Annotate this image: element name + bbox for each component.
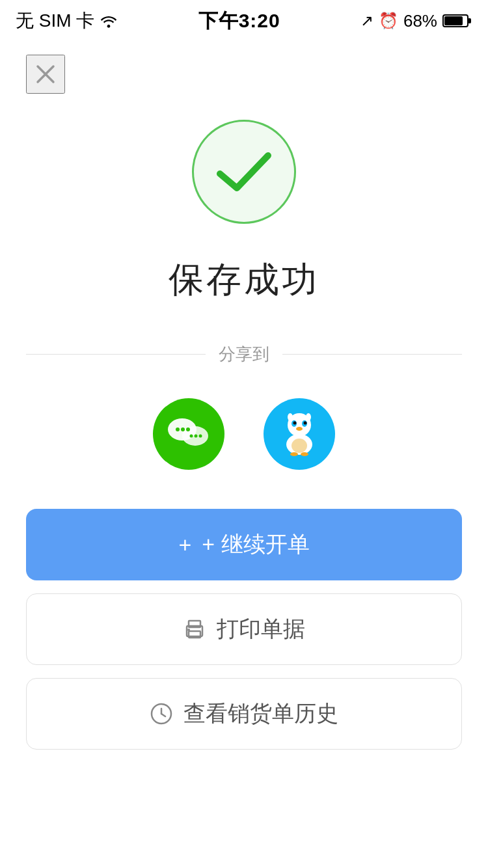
battery-icon	[442, 13, 472, 29]
svg-point-21	[290, 452, 298, 456]
print-button[interactable]: 打印单据	[26, 593, 462, 665]
wifi-icon	[100, 14, 118, 28]
alarm-icon: ⏰	[379, 12, 398, 30]
wechat-share-button[interactable]	[153, 398, 224, 470]
success-circle	[192, 120, 296, 224]
history-label: 查看销货单历史	[183, 699, 338, 729]
status-bar: 无 SIM 卡 下午3:20 ↗ ⏰ 68%	[0, 0, 488, 42]
svg-point-28	[187, 629, 190, 631]
qq-share-button[interactable]	[264, 398, 335, 470]
svg-rect-1	[468, 18, 471, 23]
battery-text: 68%	[403, 11, 437, 31]
svg-point-20	[291, 439, 307, 453]
plus-icon: +	[178, 532, 191, 558]
svg-point-23	[288, 413, 293, 421]
share-section: 分享到	[26, 343, 462, 470]
svg-point-8	[181, 427, 185, 431]
print-icon	[183, 618, 206, 640]
history-button[interactable]: 查看销货单历史	[26, 678, 462, 750]
svg-point-24	[306, 413, 311, 421]
wechat-icon	[167, 415, 211, 453]
checkmark-icon	[215, 149, 273, 195]
svg-point-18	[296, 427, 303, 431]
status-carrier: 无 SIM 卡	[16, 8, 118, 33]
svg-point-12	[199, 435, 202, 438]
svg-point-22	[301, 452, 308, 456]
divider-left	[26, 354, 206, 355]
history-icon	[150, 702, 173, 726]
share-icons	[26, 398, 462, 470]
svg-line-31	[161, 714, 165, 716]
close-icon	[33, 61, 59, 87]
continue-label: + 继续开单	[202, 530, 309, 560]
svg-point-17	[304, 422, 307, 425]
svg-point-11	[195, 435, 198, 438]
share-divider: 分享到	[26, 343, 462, 366]
success-title: 保存成功	[169, 256, 319, 304]
close-button[interactable]	[26, 55, 65, 94]
action-buttons: + + 继续开单 打印单据 查看销货单历史	[26, 509, 462, 750]
svg-point-9	[186, 427, 190, 431]
svg-rect-2	[444, 16, 463, 25]
divider-right	[282, 354, 462, 355]
location-icon: ↗	[360, 12, 373, 30]
svg-point-16	[293, 422, 297, 425]
svg-point-7	[176, 427, 180, 431]
carrier-text: 无 SIM 卡	[16, 8, 94, 33]
svg-point-10	[190, 435, 193, 438]
qq-icon	[278, 411, 320, 457]
status-right-area: ↗ ⏰ 68%	[360, 11, 472, 31]
continue-button[interactable]: + + 继续开单	[26, 509, 462, 580]
main-content: 保存成功 分享到	[0, 42, 488, 868]
print-label: 打印单据	[217, 614, 305, 644]
status-time: 下午3:20	[198, 8, 280, 34]
share-label: 分享到	[219, 343, 269, 366]
